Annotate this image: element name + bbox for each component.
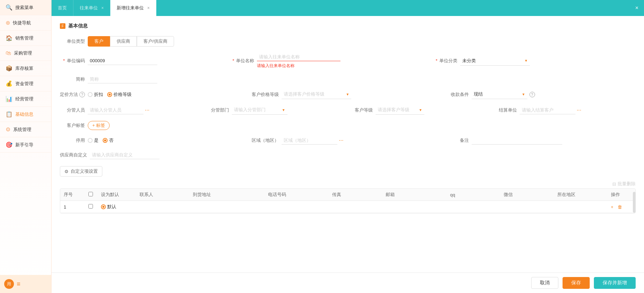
- sidebar-item-label: 销售管理: [15, 35, 33, 41]
- cell-address: [189, 201, 264, 213]
- cell-default: 默认: [97, 201, 136, 213]
- region-more-icon[interactable]: ···: [337, 137, 345, 144]
- phone-input[interactable]: [268, 204, 303, 210]
- payment-help-icon[interactable]: ?: [529, 92, 535, 97]
- settlement-input[interactable]: [520, 106, 575, 114]
- unit-name-input[interactable]: [257, 53, 340, 61]
- location-input[interactable]: [557, 204, 585, 210]
- sidebar-item-label: 资金管理: [15, 81, 33, 87]
- settlement-more-icon[interactable]: ···: [575, 107, 583, 113]
- disabled-radio-yes[interactable]: 是: [88, 137, 99, 144]
- tab-new-partner[interactable]: 新增往来单位 ×: [110, 0, 156, 16]
- remark-cell: 备注: [444, 136, 636, 145]
- cancel-button[interactable]: 取消: [531, 277, 558, 289]
- sidebar-item-system[interactable]: ⚙ 系统管理: [0, 122, 51, 137]
- custom-settings-button[interactable]: ⚙ 自定义项设置: [60, 166, 102, 177]
- tab-partner[interactable]: 往来单位 ×: [73, 0, 110, 16]
- email-input[interactable]: [386, 204, 421, 210]
- cell-fax: [329, 201, 382, 213]
- remark-label: 备注: [444, 137, 472, 144]
- disabled-label: 停用: [60, 137, 88, 144]
- cell-checkbox: [85, 201, 97, 213]
- sidebar-item-finance[interactable]: 💰 资金管理: [0, 76, 51, 91]
- sidebar-item-search[interactable]: 🔍 搜索菜单: [0, 0, 51, 15]
- settlement-cell: 结算单位 ···: [492, 106, 636, 114]
- pricing-label: 定价方法 ?: [60, 91, 88, 98]
- form-row-disabled: 停用 是 否 区域（地区） ··· 备注: [60, 136, 636, 145]
- table-wrapper: ⊟ 批量删除 序号 设为默认 联系人 到货地址 电话号码 传真: [60, 181, 636, 213]
- save-new-button[interactable]: 保存并新增: [594, 277, 636, 289]
- disabled-cell: 停用 是 否: [60, 137, 252, 144]
- add-tag-button[interactable]: + 标签: [88, 121, 110, 130]
- supplier-custom-cell: 供应商自定义: [60, 151, 636, 159]
- tag-label: 客户标签: [60, 122, 88, 129]
- fax-input[interactable]: [332, 204, 360, 210]
- row-checkbox[interactable]: [88, 204, 93, 209]
- contact-input[interactable]: [140, 204, 167, 210]
- customer-level-select[interactable]: 请选择客户等级 ▼: [376, 105, 424, 115]
- sales-icon: 🏠: [6, 35, 13, 41]
- unit-name-col: 请输入往来单位名称: [257, 53, 340, 69]
- save-button[interactable]: 保存: [563, 277, 590, 289]
- col-checkbox: [85, 189, 97, 201]
- pricing-radio-discount[interactable]: 折扣: [88, 91, 103, 98]
- manager-more-icon[interactable]: ···: [143, 107, 151, 113]
- tab-partner-label: 往来单位: [80, 5, 98, 11]
- department-placeholder: 请输入分管部门: [234, 107, 281, 113]
- region-input[interactable]: [282, 136, 337, 145]
- disabled-radio-no[interactable]: 否: [103, 137, 113, 144]
- unit-category-select[interactable]: 未分类 ▼: [460, 56, 530, 66]
- customer-price-select[interactable]: 请选择客户价格等级 ▼: [282, 90, 351, 99]
- unit-code-input[interactable]: [88, 57, 157, 65]
- payment-terms-select[interactable]: 现结 ▼: [472, 90, 527, 99]
- sidebar-item-basic-info[interactable]: 📋 基础信息: [0, 107, 51, 122]
- customer-level-cell: 客户等级 请选择客户等级 ▼: [348, 105, 492, 115]
- tab-partner-close[interactable]: ×: [101, 6, 104, 10]
- avatar: 用: [4, 279, 14, 289]
- unit-name-cell: * 单位名称 请输入往来单位名称: [229, 53, 432, 69]
- unit-code-cell: * 单位编码: [60, 57, 229, 65]
- cell-seq: 1: [60, 201, 85, 213]
- add-row-icon[interactable]: +: [611, 204, 614, 210]
- tab-new-partner-close[interactable]: ×: [147, 6, 150, 10]
- delete-row-icon[interactable]: 🗑: [618, 204, 622, 210]
- chevron-down-icon5: ▼: [419, 108, 422, 112]
- default-radio[interactable]: 默认: [101, 204, 133, 210]
- type-btn-customer[interactable]: 客户: [88, 36, 110, 47]
- tab-home[interactable]: 首页: [52, 0, 73, 16]
- qq-input[interactable]: [450, 204, 478, 210]
- main-area: 首页 往来单位 × 新增往来单位 × × F 基本信息 单位类型 客户 供应商 …: [52, 0, 644, 293]
- sidebar-item-operations[interactable]: 📊 经营管理: [0, 91, 51, 107]
- sidebar-item-sales[interactable]: 🏠 销售管理: [0, 31, 51, 46]
- address-input[interactable]: [193, 204, 235, 210]
- radio-circle-no: [103, 138, 108, 143]
- batch-delete-label[interactable]: 批量删除: [618, 181, 636, 187]
- select-all-checkbox[interactable]: [88, 192, 93, 196]
- customer-level-placeholder: 请选择客户等级: [378, 107, 417, 113]
- cell-email: [382, 201, 447, 213]
- system-icon: ⚙: [6, 126, 10, 133]
- supplier-custom-input[interactable]: [90, 151, 159, 159]
- remark-input[interactable]: [472, 136, 562, 145]
- department-select[interactable]: 请输入分管部门 ▼: [232, 105, 288, 115]
- form-row-shortname: 简称: [60, 75, 636, 83]
- manager-input[interactable]: [88, 106, 143, 114]
- global-close-icon[interactable]: ×: [635, 5, 638, 11]
- cell-contact: [136, 201, 190, 213]
- short-name-input[interactable]: [88, 75, 157, 83]
- unit-category-cell: * 单位分类 未分类 ▼: [432, 56, 636, 66]
- default-radio-circle: [101, 204, 106, 209]
- cell-wechat: [500, 201, 554, 213]
- scrollbar[interactable]: [633, 192, 636, 213]
- wechat-input[interactable]: [504, 204, 532, 210]
- sidebar-item-purchase[interactable]: 🛍 采购管理: [0, 46, 51, 61]
- sidebar-item-quick-nav[interactable]: ⊕ 快捷导航: [0, 15, 51, 31]
- pricing-radio-level[interactable]: 价格等级: [107, 91, 132, 98]
- sidebar-item-inventory[interactable]: 📦 库存核算: [0, 61, 51, 76]
- type-btn-supplier[interactable]: 供应商: [110, 36, 137, 47]
- pricing-help-icon[interactable]: ?: [79, 92, 85, 97]
- form-row-codes: * 单位编码 * 单位名称 请输入往来单位名称 * 单位分类: [60, 53, 636, 69]
- type-btn-both[interactable]: 客户/供应商: [137, 36, 174, 47]
- home-icon: ⊕: [6, 19, 10, 26]
- sidebar-item-guide[interactable]: 🎯 新手引导: [0, 137, 51, 153]
